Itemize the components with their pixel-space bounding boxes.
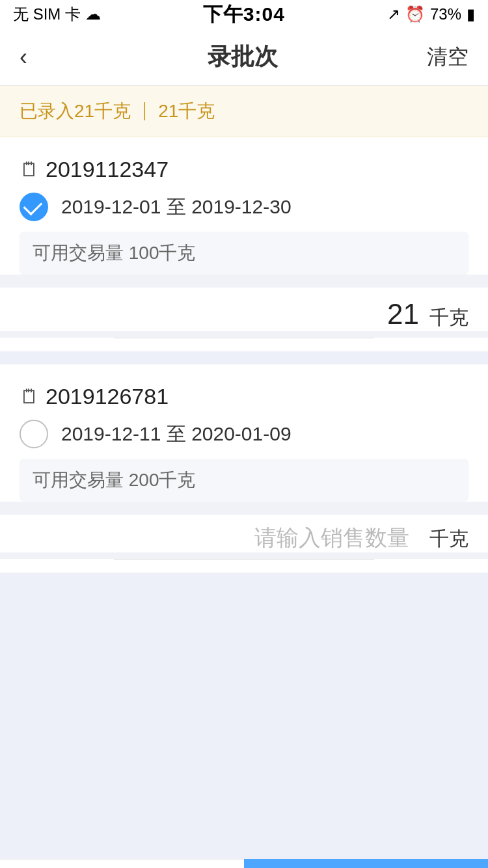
batch-2-avail: 可用交易量 200千克 bbox=[33, 470, 196, 490]
batch-1-avail: 可用交易量 100千克 bbox=[33, 243, 196, 263]
summary-divider bbox=[144, 102, 145, 120]
batch-1-date-row[interactable]: 2019-12-01 至 2019-12-30 bbox=[20, 193, 468, 221]
battery-label: 73% bbox=[430, 5, 461, 23]
location-icon: ↗ bbox=[387, 5, 400, 23]
status-left: 无 SIM 卡 ☁ bbox=[13, 4, 101, 25]
status-right: ↗ ⏰ 73% ▮ bbox=[387, 5, 475, 23]
batch-1-header: 🗒 2019112347 bbox=[20, 157, 468, 182]
batch-2-divider bbox=[114, 559, 374, 560]
summary-total: 21千克 bbox=[158, 99, 215, 124]
summary-banner: 已录入21千克 21千克 bbox=[0, 86, 488, 137]
no-sim-label: 无 SIM 卡 ☁ bbox=[13, 4, 101, 25]
batch-1-icon: 🗒 bbox=[20, 159, 39, 181]
batch-2-qty-input[interactable] bbox=[20, 525, 419, 550]
auto-distribute-button[interactable]: 自动分配 bbox=[0, 859, 244, 868]
batch-2-unit: 千克 bbox=[429, 526, 468, 552]
batch-2-icon: 🗒 bbox=[20, 386, 39, 408]
summary-recorded: 已录入21千克 bbox=[20, 99, 131, 124]
status-time: 下午3:04 bbox=[203, 1, 285, 28]
back-button[interactable]: ‹ bbox=[20, 44, 59, 71]
batch-1-avail-box: 可用交易量 100千克 bbox=[20, 232, 468, 275]
batch-1-amount: 21 bbox=[387, 298, 419, 331]
batch-1-divider bbox=[114, 338, 374, 338]
section-gap-1 bbox=[0, 351, 488, 364]
batch-1-id: 2019112347 bbox=[46, 157, 169, 182]
batch-2-id: 2019126781 bbox=[46, 384, 169, 409]
batch-2-date-row[interactable]: 2019-12-11 至 2020-01-09 bbox=[20, 420, 468, 448]
batch-2-avail-box: 可用交易量 200千克 bbox=[20, 459, 468, 502]
batch-1-amount-row: 21 千克 bbox=[0, 288, 488, 331]
confirm-button[interactable]: 确定 bbox=[244, 859, 488, 868]
batch-2-radio[interactable] bbox=[20, 420, 48, 448]
batch-card-1: 🗒 2019112347 2019-12-01 至 2019-12-30 可用交… bbox=[0, 137, 488, 275]
batch-1-unit: 千克 bbox=[429, 305, 468, 331]
batch-1-date: 2019-12-01 至 2019-12-30 bbox=[61, 194, 291, 221]
page-title: 录批次 bbox=[208, 41, 278, 73]
batch-2-header: 🗒 2019126781 bbox=[20, 384, 468, 409]
clear-button[interactable]: 清空 bbox=[427, 43, 468, 72]
batch-card-2: 🗒 2019126781 2019-12-11 至 2020-01-09 可用交… bbox=[0, 364, 488, 502]
status-bar: 无 SIM 卡 ☁ 下午3:04 ↗ ⏰ 73% ▮ bbox=[0, 0, 488, 29]
batch-2-input-row[interactable]: 千克 bbox=[0, 515, 488, 552]
alarm-icon: ⏰ bbox=[405, 5, 425, 23]
batch-1-radio[interactable] bbox=[20, 193, 48, 221]
bottom-bar: 自动分配 确定 bbox=[0, 859, 488, 868]
batch-2-date: 2019-12-11 至 2020-01-09 bbox=[61, 421, 291, 448]
empty-area bbox=[0, 573, 488, 859]
nav-bar: ‹ 录批次 清空 bbox=[0, 29, 488, 86]
battery-icon: ▮ bbox=[467, 5, 475, 23]
